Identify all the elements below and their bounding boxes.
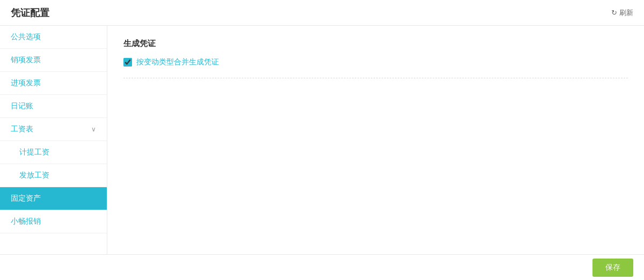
merge-checkbox-label[interactable]: 按变动类型合并生成凭证 (136, 57, 219, 67)
chevron-down-icon: ∨ (91, 126, 96, 133)
page-header: 凭证配置 ↻ 刷新 (0, 0, 644, 26)
sidebar-item-expense-report[interactable]: 小畅报销 (0, 210, 107, 233)
sidebar-item-pay-salary[interactable]: 发放工资 (0, 164, 107, 187)
sidebar: 公共选项销项发票进项发票日记账工资表∨计提工资发放工资固定资产小畅报销 (0, 26, 107, 254)
section-divider (123, 78, 628, 78)
refresh-label: 刷新 (619, 8, 633, 18)
sidebar-item-journal[interactable]: 日记账 (0, 95, 107, 118)
sidebar-item-public-options[interactable]: 公共选项 (0, 26, 107, 49)
page-footer: 保存 (0, 254, 644, 280)
content-area: 生成凭证 按变动类型合并生成凭证 (107, 26, 644, 254)
main-container: 公共选项销项发票进项发票日记账工资表∨计提工资发放工资固定资产小畅报销 生成凭证… (0, 26, 644, 254)
sidebar-item-label: 日记账 (11, 101, 33, 111)
sidebar-item-label: 发放工资 (19, 171, 49, 180)
sidebar-item-label: 固定资产 (11, 194, 41, 203)
sidebar-item-label: 进项发票 (11, 78, 41, 88)
sidebar-item-fixed-assets[interactable]: 固定资产 (0, 187, 107, 210)
page-title: 凭证配置 (11, 6, 49, 19)
sidebar-item-label: 计提工资 (19, 148, 49, 157)
save-button[interactable]: 保存 (592, 259, 633, 277)
sidebar-item-label: 销项发票 (11, 55, 41, 65)
checkbox-row: 按变动类型合并生成凭证 (123, 57, 628, 67)
sidebar-item-label: 公共选项 (11, 32, 41, 42)
sidebar-item-purchase-invoice[interactable]: 进项发票 (0, 72, 107, 95)
sidebar-item-payroll-table[interactable]: 工资表∨ (0, 118, 107, 141)
refresh-button[interactable]: ↻ 刷新 (611, 8, 633, 18)
sidebar-item-calc-salary[interactable]: 计提工资 (0, 141, 107, 164)
section-title: 生成凭证 (123, 39, 628, 49)
sidebar-item-sales-invoice[interactable]: 销项发票 (0, 49, 107, 72)
sidebar-item-label: 工资表 (11, 124, 33, 134)
refresh-icon: ↻ (611, 9, 617, 17)
sidebar-item-label: 小畅报销 (11, 217, 41, 226)
merge-checkbox[interactable] (123, 58, 132, 67)
